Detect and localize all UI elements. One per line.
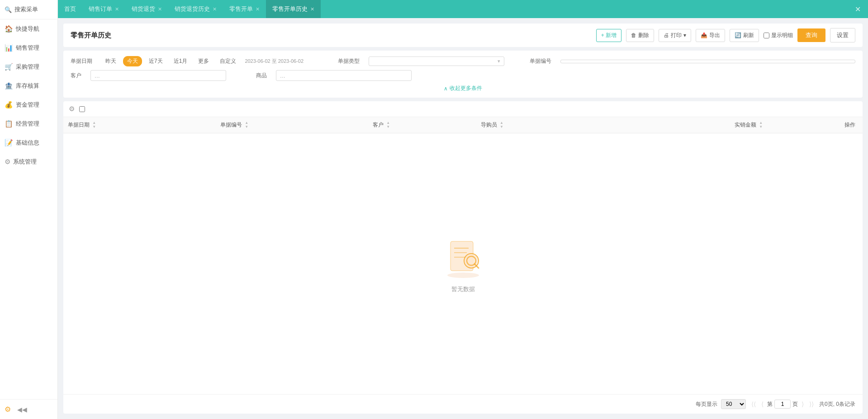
type-dropdown-icon: ▾ xyxy=(498,58,500,64)
tab-retail-history[interactable]: 零售开单历史 ✕ xyxy=(266,0,321,18)
topbar-right: ✕ xyxy=(853,5,868,14)
empty-icon xyxy=(441,235,486,280)
tab-retail-open-close[interactable]: ✕ xyxy=(256,6,260,12)
add-button[interactable]: + 新增 xyxy=(596,29,621,42)
col-date-label: 单据日期 xyxy=(68,122,90,128)
delete-button[interactable]: 🗑 删除 xyxy=(626,29,654,42)
tab-sales-order-close[interactable]: ✕ xyxy=(115,6,119,12)
tab-sales-return[interactable]: 销货退货 ✕ xyxy=(125,0,168,18)
sort-customer-icons[interactable]: ▲▼ xyxy=(386,121,390,129)
total-info: 共0页, 0条记录 xyxy=(819,400,855,408)
filter-row-customer: 客户 ... 商品 ... xyxy=(71,70,855,81)
col-action: 操作 xyxy=(770,117,863,133)
sort-amount-icons[interactable]: ▲▼ xyxy=(759,121,763,129)
display-detail-toggle[interactable]: 显示明细 xyxy=(764,32,793,39)
tab-sales-return-close[interactable]: ✕ xyxy=(158,6,162,12)
col-date[interactable]: 单据日期 ▲▼ xyxy=(63,117,216,133)
date-btn-yesterday[interactable]: 昨天 xyxy=(101,56,120,66)
refresh-button[interactable]: 🔄 刷新 xyxy=(730,29,759,42)
sidebar-item-finance[interactable]: 💰 资金管理 xyxy=(0,95,57,114)
number-input[interactable] xyxy=(560,60,855,63)
sort-date-icons[interactable]: ▲▼ xyxy=(92,121,96,129)
col-customer[interactable]: 客户 ▲▼ xyxy=(368,117,476,133)
header-row: 单据日期 ▲▼ 单据编号 ▲▼ 客户 ▲▼ 导购员 xyxy=(63,117,863,133)
tab-sales-return-history-close[interactable]: ✕ xyxy=(213,6,217,12)
date-btn-custom[interactable]: 自定义 xyxy=(216,56,240,66)
date-btn-more[interactable]: 更多 xyxy=(194,56,213,66)
sidebar-item-basic-info[interactable]: 📝 基础信息 xyxy=(0,133,57,152)
cart-icon: 🛒 xyxy=(5,63,13,71)
page-header: 零售开单历史 + 新增 🗑 删除 🖨 打印 ▾ 📤 导出 xyxy=(63,24,863,47)
tab-home[interactable]: 首页 xyxy=(58,0,82,18)
next-page-btn[interactable]: ⟩ xyxy=(800,400,806,409)
data-table: 单据日期 ▲▼ 单据编号 ▲▼ 客户 ▲▼ 导购员 xyxy=(63,117,863,133)
sidebar-item-purchase-mgmt[interactable]: 🛒 采购管理 xyxy=(0,57,57,76)
sidebar-search[interactable]: 🔍 搜索采单 xyxy=(0,0,57,19)
per-page-select[interactable]: 50 20 100 xyxy=(721,399,746,409)
date-options: 昨天 今天 近7天 近1月 更多 自定义 2023-06-02 至 2023-0… xyxy=(101,56,304,66)
settings-icon[interactable]: ⚙ xyxy=(5,405,11,414)
window-close-icon[interactable]: ✕ xyxy=(853,5,863,14)
goods-label: 商品 xyxy=(256,72,267,80)
print-dropdown-icon: ▾ xyxy=(683,32,686,38)
sidebar-item-label: 采购管理 xyxy=(16,63,39,71)
table-settings-icon[interactable]: ⚙ xyxy=(69,105,75,113)
tab-sales-return-history[interactable]: 销货退货历史 ✕ xyxy=(168,0,223,18)
customer-label: 客户 xyxy=(71,72,81,80)
sidebar-item-label: 经营管理 xyxy=(16,120,39,128)
collapse-sidebar-icon[interactable]: ◀◀ xyxy=(17,406,27,413)
display-detail-checkbox[interactable] xyxy=(764,33,769,38)
set-button[interactable]: 设置 xyxy=(830,28,855,42)
page-number-input[interactable] xyxy=(774,400,791,409)
display-detail-label: 显示明细 xyxy=(771,32,793,39)
last-page-btn[interactable]: ⟩⟩ xyxy=(807,400,816,409)
print-button[interactable]: 🖨 打印 ▾ xyxy=(659,29,691,42)
sidebar-item-inventory[interactable]: 🏦 库存核算 xyxy=(0,76,57,95)
col-amount[interactable]: 实销金额 ▲▼ xyxy=(607,117,770,133)
set-label: 设置 xyxy=(837,32,849,38)
pagination: 每页显示 50 20 100 ⟨⟨ ⟨ 第 页 ⟩ ⟩⟩ 共0页, 0条记录 xyxy=(63,394,863,414)
collapse-more-btn[interactable]: ∧ 收起更多条件 xyxy=(71,85,855,92)
sidebar-item-sales-mgmt[interactable]: 📊 销售管理 xyxy=(0,38,57,57)
col-number[interactable]: 单据编号 ▲▼ xyxy=(216,117,368,133)
col-salesperson[interactable]: 导购员 ▲▼ xyxy=(476,117,607,133)
first-page-btn[interactable]: ⟨⟨ xyxy=(749,400,758,409)
page-label: 第 xyxy=(767,400,773,408)
tab-retail-history-close[interactable]: ✕ xyxy=(310,6,314,12)
tab-sales-order-label: 销售订单 xyxy=(89,5,112,13)
sidebar-search-label: 搜索采单 xyxy=(14,5,38,14)
sort-number-icons[interactable]: ▲▼ xyxy=(245,121,248,129)
tab-retail-open[interactable]: 零售开单 ✕ xyxy=(223,0,266,18)
search-icon: 🔍 xyxy=(5,6,12,13)
sidebar-item-label: 资金管理 xyxy=(16,101,39,109)
goods-input[interactable]: ... xyxy=(276,70,412,81)
customer-input[interactable]: ... xyxy=(90,70,226,81)
main-content: 首页 销售订单 ✕ 销货退货 ✕ 销货退货历史 ✕ 零售开单 ✕ 零售开单历史 … xyxy=(58,0,868,419)
sidebar-item-label: 系统管理 xyxy=(13,158,37,166)
sort-salesperson-icons[interactable]: ▲▼ xyxy=(500,121,503,129)
sidebar-item-system[interactable]: ⚙ 系统管理 xyxy=(0,152,57,171)
date-btn-7days[interactable]: 近7天 xyxy=(145,56,167,66)
page-nav: ⟨⟨ ⟨ 第 页 ⟩ ⟩⟩ xyxy=(749,400,816,409)
sidebar-item-quick-nav[interactable]: 🏠 快捷导航 xyxy=(0,19,57,38)
sidebar-item-operations[interactable]: 📋 经营管理 xyxy=(0,114,57,133)
tab-bar: 首页 销售订单 ✕ 销货退货 ✕ 销货退货历史 ✕ 零售开单 ✕ 零售开单历史 … xyxy=(58,0,321,18)
select-all-checkbox[interactable] xyxy=(79,106,85,112)
sidebar-bottom: ⚙ ◀◀ xyxy=(0,399,57,419)
customer-dots[interactable]: ... xyxy=(95,72,100,79)
date-btn-1month[interactable]: 近1月 xyxy=(170,56,192,66)
table-area: ⚙ 单据日期 ▲▼ 单据编号 ▲▼ xyxy=(63,101,863,414)
tab-sales-return-label: 销货退货 xyxy=(132,5,155,13)
col-number-label: 单据编号 xyxy=(220,122,242,128)
export-icon: 📤 xyxy=(701,32,707,38)
date-btn-today[interactable]: 今天 xyxy=(123,56,142,66)
type-select[interactable]: ▾ xyxy=(369,56,504,66)
query-button[interactable]: 查询 xyxy=(797,28,825,42)
goods-dots[interactable]: ... xyxy=(280,72,285,79)
prev-page-btn[interactable]: ⟨ xyxy=(759,400,765,409)
topbar: 首页 销售订单 ✕ 销货退货 ✕ 销货退货历史 ✕ 零售开单 ✕ 零售开单历史 … xyxy=(58,0,868,18)
number-label: 单据编号 xyxy=(530,57,551,65)
col-customer-label: 客户 xyxy=(373,122,384,128)
tab-sales-order[interactable]: 销售订单 ✕ xyxy=(82,0,125,18)
export-button[interactable]: 📤 导出 xyxy=(696,29,725,42)
